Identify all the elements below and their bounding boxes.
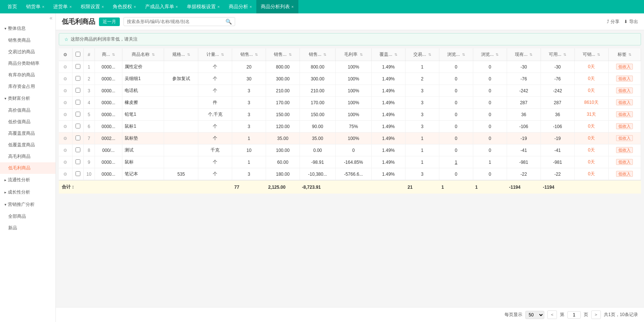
col-saleable-stock[interactable]: 可销... ⇅ bbox=[574, 48, 608, 61]
col-trade[interactable]: 交易... ⇅ bbox=[405, 48, 439, 61]
close-icon[interactable]: × bbox=[250, 4, 252, 9]
sidebar-group-circulation[interactable]: ▸ 流通性分析 bbox=[0, 174, 55, 186]
nav-item-template-settings[interactable]: 单据模板设置 × bbox=[182, 0, 224, 13]
nav-item-product-entry[interactable]: 产成品入库单 × bbox=[141, 0, 182, 13]
checkbox-cell[interactable] bbox=[72, 133, 83, 144]
search-icon[interactable]: 🔍 bbox=[225, 19, 232, 25]
checkbox-cell[interactable] bbox=[72, 156, 83, 168]
col-sales-price[interactable]: 销售... ⇅ bbox=[266, 48, 300, 61]
sidebar-collapse-button[interactable]: « bbox=[0, 13, 55, 22]
close-icon[interactable]: × bbox=[42, 4, 44, 9]
settings-cell[interactable]: ⚙ bbox=[59, 144, 72, 156]
close-icon[interactable]: × bbox=[176, 4, 178, 9]
close-icon[interactable]: × bbox=[291, 4, 294, 9]
col-sales-amount[interactable]: 销售... ⇅ bbox=[300, 48, 336, 61]
col-unit[interactable]: 计量... ⇅ bbox=[198, 48, 232, 61]
time-filter-button[interactable]: 近一月 bbox=[99, 17, 120, 26]
col-settings[interactable]: ⚙ bbox=[59, 48, 72, 61]
settings-cell[interactable]: ⚙ bbox=[59, 61, 72, 73]
row-checkbox[interactable] bbox=[76, 64, 80, 69]
checkbox-cell[interactable] bbox=[72, 85, 83, 97]
close-icon[interactable]: × bbox=[134, 4, 136, 9]
col-available-stock[interactable]: 可用... ⇅ bbox=[541, 48, 574, 61]
row-saleable-stock: 0天 bbox=[574, 133, 608, 144]
sidebar-item-sales-products[interactable]: 销售类商品 bbox=[0, 35, 55, 46]
sidebar-item-category-rate[interactable]: 商品分类助销率 bbox=[0, 58, 55, 69]
settings-cell[interactable]: ⚙ bbox=[59, 121, 72, 133]
sidebar-item-low-coverage[interactable]: 低覆盖度商品 bbox=[0, 139, 55, 151]
col-browse2[interactable]: 浏览... ⇅ bbox=[473, 48, 507, 61]
close-icon[interactable]: × bbox=[69, 4, 71, 9]
col-current-stock[interactable]: 现有... ⇅ bbox=[507, 48, 541, 61]
sidebar-item-all-products[interactable]: 全部商品 bbox=[0, 211, 55, 222]
row-checkbox[interactable] bbox=[76, 124, 80, 128]
nav-item-purchase[interactable]: 进货单 × bbox=[49, 0, 76, 13]
col-name[interactable]: 商品名称 ⇅ bbox=[122, 48, 164, 61]
col-tag[interactable]: 标签 ⇅ bbox=[608, 48, 641, 61]
settings-cell[interactable]: ⚙ bbox=[59, 97, 72, 109]
select-all-checkbox[interactable] bbox=[76, 52, 80, 57]
row-checkbox[interactable] bbox=[76, 136, 80, 140]
sidebar-item-high-coverage[interactable]: 高覆盖度商品 bbox=[0, 128, 55, 139]
sidebar-group-wealth[interactable]: ▾ 类财富分析 bbox=[0, 92, 55, 105]
settings-cell[interactable]: ⚙ bbox=[59, 73, 72, 85]
col-gross-rate[interactable]: 毛利率 ⇅ bbox=[336, 48, 372, 61]
settings-cell[interactable]: ⚙ bbox=[59, 156, 72, 168]
checkbox-cell[interactable] bbox=[72, 97, 83, 109]
col-cover-rate[interactable]: 覆盖... ⇅ bbox=[372, 48, 406, 61]
row-checkbox[interactable] bbox=[76, 76, 80, 81]
sidebar-item-high-margin[interactable]: 高毛利商品 bbox=[0, 151, 55, 162]
settings-cell[interactable]: ⚙ bbox=[59, 109, 72, 121]
checkbox-cell[interactable] bbox=[72, 61, 83, 73]
settings-cell[interactable]: ⚙ bbox=[59, 168, 72, 181]
row-gross-rate: 100% bbox=[336, 61, 372, 73]
checkbox-cell[interactable] bbox=[72, 144, 83, 156]
sidebar-group-marketing[interactable]: ▾ 营销推广分析 bbox=[0, 198, 55, 211]
nav-item-role-auth[interactable]: 角色授权 × bbox=[108, 0, 140, 13]
checkbox-cell[interactable] bbox=[72, 109, 83, 121]
row-checkbox[interactable] bbox=[76, 112, 80, 117]
search-input[interactable] bbox=[127, 19, 225, 24]
nav-item-home[interactable]: 首页 bbox=[3, 0, 22, 13]
row-checkbox[interactable] bbox=[76, 159, 80, 164]
sidebar-group-overall[interactable]: ▾ 整体信息 bbox=[0, 22, 55, 35]
settings-cell[interactable]: ⚙ bbox=[59, 85, 72, 97]
col-browse1[interactable]: 浏览... ⇅ bbox=[439, 48, 473, 61]
nav-item-sales[interactable]: 销货单 × bbox=[22, 0, 49, 13]
checkbox-cell[interactable] bbox=[72, 121, 83, 133]
sidebar-group-growth[interactable]: ▸ 成长性分析 bbox=[0, 186, 55, 198]
col-sales-qty[interactable]: 销售... ⇅ bbox=[232, 48, 266, 61]
close-icon[interactable]: × bbox=[102, 4, 104, 9]
page-number-input[interactable] bbox=[567, 311, 581, 319]
next-page-button[interactable]: ＞ bbox=[591, 310, 601, 319]
checkbox-cell[interactable] bbox=[72, 168, 83, 181]
sidebar-item-high-value[interactable]: 高价值商品 bbox=[0, 105, 55, 116]
settings-cell[interactable]: ⚙ bbox=[59, 133, 72, 144]
row-available-stock: -981 bbox=[541, 156, 574, 168]
close-icon[interactable]: × bbox=[217, 4, 220, 9]
nav-item-product-analysis-list[interactable]: 商品分析列表 × bbox=[256, 0, 298, 13]
col-checkbox[interactable] bbox=[72, 48, 83, 61]
row-checkbox[interactable] bbox=[76, 147, 80, 152]
prev-page-button[interactable]: ＜ bbox=[547, 310, 557, 319]
nav-item-permissions[interactable]: 权限设置 × bbox=[76, 0, 108, 13]
checkbox-cell[interactable] bbox=[72, 73, 83, 85]
sidebar-item-new-products[interactable]: 新品 bbox=[0, 222, 55, 234]
nav-item-product-analysis[interactable]: 商品分析 × bbox=[224, 0, 256, 13]
row-checkbox[interactable] bbox=[76, 88, 80, 93]
sidebar-item-stocked-products[interactable]: 有库存的商品 bbox=[0, 69, 55, 81]
export-button[interactable]: ⬇ 导出 bbox=[624, 19, 638, 25]
sidebar-item-traded-products[interactable]: 交易过的商品 bbox=[0, 46, 55, 58]
col-code[interactable]: 商... ⇅ bbox=[94, 48, 122, 61]
share-button[interactable]: ⤴ 分享 bbox=[607, 19, 619, 25]
sidebar-item-low-value[interactable]: 低价值商品 bbox=[0, 116, 55, 128]
row-browse1[interactable]: 1 bbox=[439, 156, 473, 168]
sidebar-item-low-margin[interactable]: 低毛利商品 bbox=[0, 162, 55, 174]
page-size-select[interactable]: 50 100 bbox=[525, 311, 544, 319]
col-spec[interactable]: 规格... ⇅ bbox=[164, 48, 198, 61]
row-checkbox[interactable] bbox=[76, 100, 80, 105]
row-checkbox[interactable] bbox=[76, 171, 80, 176]
row-current-stock: -76 bbox=[507, 73, 541, 85]
sidebar-item-stock-capital[interactable]: 库存资金占用 bbox=[0, 81, 55, 92]
row-browse2: 1 bbox=[473, 156, 507, 168]
